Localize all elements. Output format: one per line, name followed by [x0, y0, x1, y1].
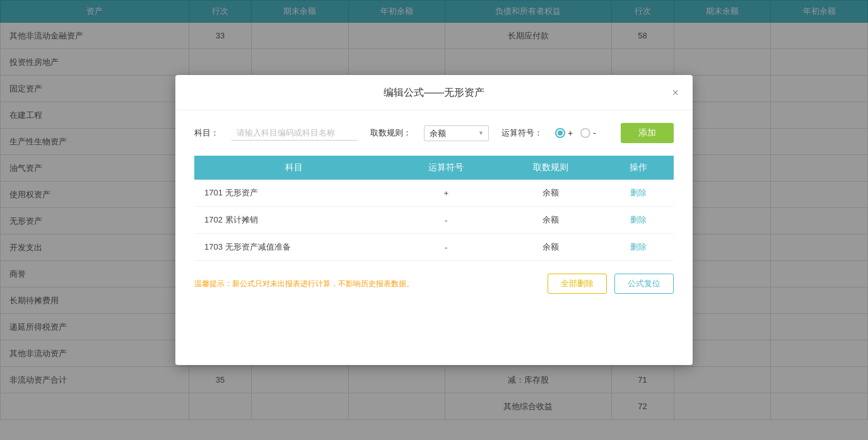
formula-rule-2: 余额: [498, 234, 602, 261]
rule-label: 取数规则：: [370, 127, 411, 139]
operator-minus-radio[interactable]: [580, 128, 590, 138]
operator-minus-label: -: [593, 128, 596, 138]
add-formula-button[interactable]: 添加: [621, 123, 674, 143]
formula-row: 1701 无形资产 + 余额 删除: [194, 180, 674, 207]
edit-formula-modal: 编辑公式——无形资产 × 科目： 取数规则： 余额 借方发生额 贷方发生额 运算…: [175, 75, 693, 365]
formula-action-0: 删除: [602, 180, 674, 207]
col-operator: 运算符号: [394, 156, 498, 180]
formula-rule-0: 余额: [498, 180, 602, 207]
modal-header: 编辑公式——无形资产 ×: [175, 75, 693, 110]
formula-row: 1702 累计摊销 - 余额 删除: [194, 207, 674, 234]
formula-action-2: 删除: [602, 234, 674, 261]
formula-subject-0: 1701 无形资产: [194, 180, 394, 207]
modal-title: 编辑公式——无形资产: [384, 86, 484, 100]
operator-plus-radio[interactable]: [555, 128, 565, 138]
delete-row-button-1[interactable]: 删除: [630, 214, 647, 226]
reset-formula-button[interactable]: 公式复位: [614, 274, 674, 294]
modal-overlay: 编辑公式——无形资产 × 科目： 取数规则： 余额 借方发生额 贷方发生额 运算…: [0, 0, 868, 440]
formula-subject-1: 1702 累计摊销: [194, 207, 394, 234]
rule-select-wrapper[interactable]: 余额 借方发生额 贷方发生额: [424, 125, 489, 141]
delete-all-button[interactable]: 全部删除: [548, 274, 607, 294]
footer-buttons: 全部删除 公式复位: [548, 274, 674, 294]
modal-close-button[interactable]: ×: [668, 86, 683, 100]
formula-subject-2: 1703 无形资产减值准备: [194, 234, 394, 261]
subject-input[interactable]: [232, 125, 358, 141]
rule-select[interactable]: 余额 借方发生额 贷方发生额: [424, 125, 489, 141]
formula-operator-1: -: [394, 207, 498, 234]
formula-table: 科目 运算符号 取数规则 操作 1701 无形资产 + 余额 删除 1702 累…: [194, 156, 674, 261]
delete-row-button-2[interactable]: 删除: [630, 241, 647, 253]
formula-row: 1703 无形资产减值准备 - 余额 删除: [194, 234, 674, 261]
operator-minus-option[interactable]: -: [580, 128, 596, 138]
formula-action-1: 删除: [602, 207, 674, 234]
formula-operator-2: -: [394, 234, 498, 261]
operator-label: 运算符号：: [501, 127, 542, 139]
col-rule: 取数规则: [498, 156, 602, 180]
operator-radio-group: + -: [555, 128, 596, 138]
operator-plus-label: +: [568, 128, 573, 138]
col-action: 操作: [602, 156, 674, 180]
modal-footer: 温馨提示：新公式只对未出报表进行计算，不影响历史报表数据。 全部删除 公式复位: [175, 261, 693, 300]
footer-tip: 温馨提示：新公式只对未出报表进行计算，不影响历史报表数据。: [194, 279, 414, 289]
formula-rule-1: 余额: [498, 207, 602, 234]
operator-plus-option[interactable]: +: [555, 128, 573, 138]
col-subject: 科目: [194, 156, 394, 180]
formula-form-row: 科目： 取数规则： 余额 借方发生额 贷方发生额 运算符号： + -: [175, 110, 693, 156]
delete-row-button-0[interactable]: 删除: [630, 187, 647, 199]
formula-operator-0: +: [394, 180, 498, 207]
formula-table-wrapper: 科目 运算符号 取数规则 操作 1701 无形资产 + 余额 删除 1702 累…: [194, 156, 674, 261]
subject-label: 科目：: [194, 127, 219, 139]
formula-table-header-row: 科目 运算符号 取数规则 操作: [194, 156, 674, 180]
